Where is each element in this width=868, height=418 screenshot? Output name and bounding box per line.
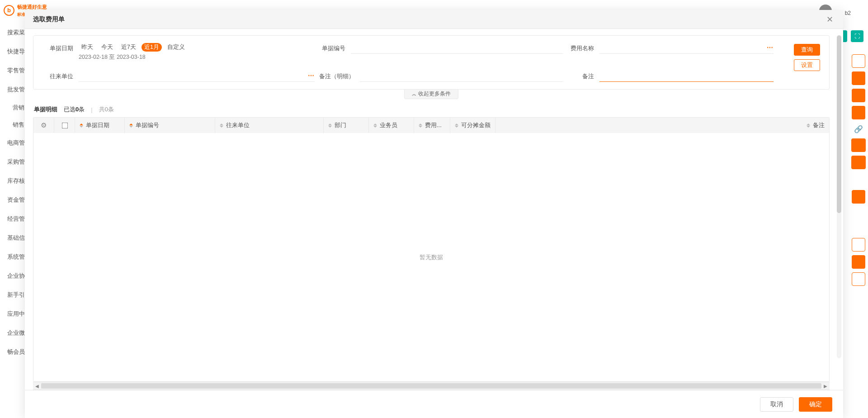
filter-label-feename: 费用名称	[563, 43, 599, 54]
results-table: ⚙ 单据日期 单据编号 往来单位	[33, 117, 830, 382]
select-all-checkbox[interactable]	[61, 122, 68, 128]
cancel-button[interactable]: 取消	[760, 397, 793, 412]
sort-icon	[419, 122, 423, 128]
filter-panel: 单据日期 昨天 今天 近7天 近1月 自定义 2023-02-18 至 2023…	[33, 35, 830, 90]
vertical-scrollbar[interactable]	[837, 35, 841, 358]
detail-title: 单据明细	[34, 105, 57, 114]
chip-custom[interactable]: 自定义	[165, 43, 188, 52]
query-button[interactable]: 查询	[794, 44, 820, 56]
sort-icon	[129, 122, 134, 128]
col-label-amount: 可分摊金额	[461, 121, 491, 129]
partner-input[interactable]	[79, 71, 315, 82]
col-label-code: 单据编号	[136, 121, 159, 129]
select-all-cell[interactable]	[54, 118, 75, 133]
modal-close-button[interactable]: ✕	[824, 14, 835, 25]
select-fee-modal: 选取费用单 ✕ 单据日期 昨天 今天 近7天 近1月 自定义 2023-02-1…	[25, 10, 843, 418]
date-range-chips: 昨天 今天 近7天 近1月 自定义	[79, 43, 315, 52]
remark-detail-input[interactable]	[360, 71, 563, 82]
sort-icon	[80, 122, 84, 128]
sort-icon	[807, 122, 811, 128]
col-header-amount[interactable]: 可分摊金额	[450, 118, 495, 133]
filter-label-remark-detail: 备注（明细）	[315, 71, 360, 82]
horizontal-scrollbar[interactable]: ◀ ▶	[33, 382, 830, 390]
remark-input[interactable]	[599, 71, 773, 82]
empty-state-text: 暂无数据	[420, 253, 443, 261]
sort-icon	[373, 122, 378, 128]
close-icon: ✕	[826, 14, 833, 24]
scroll-left-icon[interactable]: ◀	[33, 382, 41, 390]
chevron-up-icon: ︽	[412, 91, 416, 97]
collapse-filters-button[interactable]: ︽ 收起更多条件	[404, 89, 458, 99]
partner-picker-icon[interactable]: ⋯	[308, 72, 315, 79]
filter-label-remark: 备注	[563, 71, 599, 82]
table-settings-button[interactable]: ⚙	[33, 118, 54, 133]
col-label-partner: 往来单位	[226, 121, 250, 129]
sort-icon	[455, 122, 459, 128]
col-label-fee: 费用...	[425, 121, 442, 129]
chip-last7[interactable]: 近7天	[118, 43, 139, 52]
chip-last1m[interactable]: 近1月	[142, 43, 162, 52]
modal-header: 选取费用单 ✕	[25, 10, 843, 29]
divider: |	[91, 106, 92, 113]
col-header-fee[interactable]: 费用...	[414, 118, 450, 133]
fee-name-picker-icon[interactable]: ⋯	[767, 44, 774, 51]
col-header-dept[interactable]: 部门	[324, 118, 369, 133]
chip-today[interactable]: 今天	[99, 43, 116, 52]
total-count: 共0条	[99, 105, 114, 114]
col-label-remark: 备注	[813, 121, 825, 129]
filter-label-code: 单据编号	[315, 43, 351, 54]
modal-footer: 取消 确定	[25, 390, 843, 418]
col-header-biz[interactable]: 业务员	[369, 118, 414, 133]
modal-title: 选取费用单	[33, 15, 65, 24]
col-header-partner[interactable]: 往来单位	[215, 118, 324, 133]
vscroll-thumb[interactable]	[837, 35, 841, 213]
fee-name-input[interactable]	[599, 43, 773, 54]
sort-icon	[220, 122, 224, 128]
doc-code-input[interactable]	[351, 43, 563, 54]
ok-button[interactable]: 确定	[799, 397, 832, 412]
scroll-thumb[interactable]	[41, 383, 821, 389]
collapse-label: 收起更多条件	[418, 90, 451, 98]
scroll-right-icon[interactable]: ▶	[821, 382, 830, 390]
selected-count: 已选0条	[64, 105, 85, 114]
settings-button[interactable]: 设置	[794, 59, 820, 71]
filter-label-date: 单据日期	[42, 43, 79, 54]
col-header-remark[interactable]: 备注	[495, 118, 829, 133]
date-range-text: 2023-02-18 至 2023-03-18	[79, 53, 315, 61]
col-label-date: 单据日期	[86, 121, 109, 129]
sort-icon	[328, 122, 333, 128]
gear-icon: ⚙	[41, 121, 47, 129]
col-label-dept: 部门	[335, 121, 346, 129]
col-header-date[interactable]: 单据日期	[75, 118, 125, 133]
col-label-biz: 业务员	[380, 121, 397, 129]
col-header-code[interactable]: 单据编号	[125, 118, 215, 133]
chip-yesterday[interactable]: 昨天	[79, 43, 96, 52]
filter-label-partner: 往来单位	[42, 71, 79, 82]
